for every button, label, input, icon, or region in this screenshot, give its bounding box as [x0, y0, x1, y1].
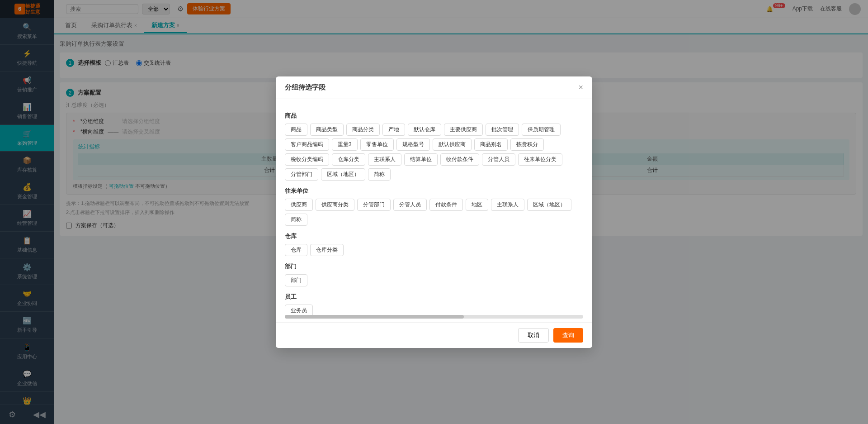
field-tag-0-1[interactable]: 商品类型 [310, 124, 344, 136]
group-title-2: 仓库 [285, 232, 583, 240]
field-tags-group-0: 商品商品类型商品分类产地默认仓库主要供应商批次管理保质期管理客户商品编码重量3零… [285, 124, 583, 181]
field-tag-0-7[interactable]: 保质期管理 [522, 124, 561, 136]
field-tag-0-8[interactable]: 客户商品编码 [285, 138, 329, 151]
field-tags-group-1: 供应商供应商分类分管部门分管人员付款条件地区主联系人区域（地区）简称 [285, 199, 583, 226]
field-tag-0-4[interactable]: 默认仓库 [408, 124, 441, 136]
field-tag-1-7[interactable]: 区域（地区） [527, 199, 571, 211]
field-tag-0-21[interactable]: 往来单位分类 [518, 153, 562, 166]
field-select-dialog: 分组待选字段 × 商品商品商品类型商品分类产地默认仓库主要供应商批次管理保质期管… [276, 76, 592, 246]
field-tag-1-6[interactable]: 主联系人 [491, 199, 524, 211]
field-tag-1-0[interactable]: 供应商 [285, 199, 313, 211]
field-tag-0-14[interactable]: 拣货积分 [510, 138, 544, 151]
field-tag-0-23[interactable]: 区域（地区） [321, 168, 365, 181]
field-tag-0-6[interactable]: 批次管理 [486, 124, 519, 136]
dialog-body: 商品商品商品类型商品分类产地默认仓库主要供应商批次管理保质期管理客户商品编码重量… [276, 99, 592, 246]
field-tag-0-11[interactable]: 规格型号 [396, 138, 430, 151]
field-tag-0-2[interactable]: 商品分类 [346, 124, 380, 136]
field-tag-0-0[interactable]: 商品 [285, 124, 307, 136]
field-tag-0-19[interactable]: 收付款条件 [440, 153, 479, 166]
field-tag-2-0[interactable]: 仓库 [285, 244, 307, 246]
field-tag-0-10[interactable]: 零售单位 [360, 138, 394, 151]
field-tag-0-5[interactable]: 主要供应商 [444, 124, 483, 136]
field-tag-1-8[interactable]: 简称 [285, 214, 307, 226]
field-tag-0-24[interactable]: 简称 [368, 168, 391, 181]
field-tag-0-9[interactable]: 重量3 [332, 138, 358, 151]
field-tag-0-22[interactable]: 分管部门 [285, 168, 318, 181]
field-tag-1-5[interactable]: 地区 [466, 199, 488, 211]
field-tag-0-18[interactable]: 结算单位 [404, 153, 438, 166]
field-tag-0-13[interactable]: 商品别名 [474, 138, 508, 151]
group-title-1: 往来单位 [285, 187, 583, 195]
field-tag-2-1[interactable]: 仓库分类 [310, 244, 344, 246]
field-tag-0-12[interactable]: 默认供应商 [433, 138, 472, 151]
close-icon[interactable]: × [578, 83, 583, 92]
field-tags-group-2: 仓库仓库分类 [285, 244, 583, 246]
field-tag-1-2[interactable]: 分管部门 [357, 199, 391, 211]
group-title-0: 商品 [285, 112, 583, 120]
dialog-title: 分组待选字段 [285, 83, 326, 92]
dialog-header: 分组待选字段 × [276, 76, 592, 99]
field-tag-0-17[interactable]: 主联系人 [368, 153, 401, 166]
field-tag-0-20[interactable]: 分管人员 [482, 153, 515, 166]
field-tag-1-3[interactable]: 分管人员 [393, 199, 427, 211]
field-tag-1-4[interactable]: 付款条件 [429, 199, 463, 211]
field-tag-0-16[interactable]: 仓库分类 [332, 153, 365, 166]
dialog-overlay: 分组待选字段 × 商品商品商品类型商品分类产地默认仓库主要供应商批次管理保质期管… [0, 0, 868, 246]
field-tag-0-3[interactable]: 产地 [382, 124, 405, 136]
field-tag-0-15[interactable]: 税收分类编码 [285, 153, 329, 166]
field-tag-1-1[interactable]: 供应商分类 [316, 199, 354, 211]
